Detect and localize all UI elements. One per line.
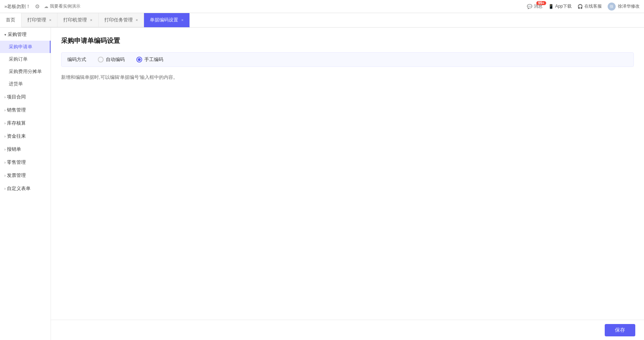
manual-coding-radio[interactable]	[136, 57, 142, 62]
page-title: 采购申请单编码设置	[61, 36, 634, 45]
auto-coding-radio[interactable]	[98, 57, 104, 62]
tab-print-task-management-label: 打印任务管理	[104, 17, 133, 23]
sidebar-group-inventory-accounting[interactable]: › 库存核算	[0, 116, 51, 129]
sidebar-group-retail-management-label: 零售管理	[7, 159, 26, 166]
arrow-right-icon-inventory: ›	[4, 121, 5, 125]
sidebar-group-invoice-management-label: 发票管理	[7, 172, 26, 179]
arrow-right-icon-retail: ›	[4, 161, 5, 165]
cloud-icon: ☁	[44, 4, 48, 9]
content-area: 采购申请单编码设置 编码方式 自动编码 手工编码 新增和编辑单据时,可以编辑'单…	[51, 28, 644, 340]
app-icon: 📱	[548, 4, 554, 9]
sidebar-item-purchase-order[interactable]: 采购订单	[0, 53, 51, 65]
online-service-label: 在线客服	[584, 3, 602, 9]
sidebar-group-capital-transaction-label: 资金往来	[7, 133, 26, 139]
sidebar-group-project-contract[interactable]: › 项目合同	[0, 90, 51, 103]
user-menu[interactable]: 徐 徐泽华修改	[608, 3, 640, 11]
sidebar-group-sales-management-label: 销售管理	[7, 107, 26, 113]
content-body: 采购申请单编码设置 编码方式 自动编码 手工编码 新增和编辑单据时,可以编辑'单…	[51, 28, 644, 320]
coding-method-row: 编码方式 自动编码 手工编码	[61, 52, 634, 67]
tab-home-label: 首页	[6, 17, 15, 23]
sidebar-group-purchasing-label: 采购管理	[8, 31, 27, 38]
description-text: 新增和编辑单据时,可以编辑'单据编号'输入框中的内容。	[61, 74, 634, 81]
sidebar-group-purchasing-title[interactable]: ▾ 采购管理	[0, 28, 51, 41]
sidebar-item-purchase-expense[interactable]: 采购费用分摊单	[0, 65, 51, 78]
sidebar: ▾ 采购管理 采购申请单 采购订单 采购费用分摊单 进货单 › 项目合同 › 销…	[0, 28, 51, 340]
sidebar-group-sales-management[interactable]: › 销售管理	[0, 103, 51, 116]
manual-coding-option[interactable]: 手工编码	[136, 56, 163, 63]
brand-text[interactable]: »老板勿割！	[4, 3, 31, 10]
auto-coding-option[interactable]: 自动编码	[98, 56, 125, 63]
sidebar-item-purchase-request[interactable]: 采购申请单	[0, 41, 51, 53]
sidebar-group-expense-report[interactable]: › 报销单	[0, 142, 51, 155]
sidebar-group-project-contract-label: 项目合同	[7, 94, 26, 100]
sidebar-item-purchase-receipt[interactable]: 进货单	[0, 78, 51, 90]
top-bar-right: 💬 消息 99+ 📱 App下载 🎧 在线客服 徐 徐泽华修改	[527, 3, 640, 11]
tab-close-print-management[interactable]: ×	[49, 18, 51, 22]
arrow-right-icon-project: ›	[4, 95, 5, 99]
online-service-button[interactable]: 🎧 在线客服	[577, 3, 602, 9]
tab-printer-management-label: 打印机管理	[63, 17, 87, 23]
arrow-right-icon-sales: ›	[4, 108, 5, 112]
arrow-right-icon-custom: ›	[4, 187, 5, 191]
sidebar-group-inventory-accounting-label: 库存核算	[7, 120, 26, 126]
arrow-right-icon-capital: ›	[4, 134, 5, 138]
settings-icon[interactable]: ⚙	[35, 3, 40, 10]
arrow-right-icon-invoice: ›	[4, 174, 5, 178]
top-bar-left: »老板勿割！ ⚙ ☁ 我要看实例演示	[4, 3, 80, 10]
auto-coding-label: 自动编码	[106, 56, 125, 63]
tab-print-task-management[interactable]: 打印任务管理 ×	[99, 13, 144, 27]
tab-close-document-code-settings[interactable]: ×	[181, 18, 183, 22]
demo-text: 我要看实例演示	[50, 3, 80, 9]
message-button[interactable]: 💬 消息 99+	[527, 3, 543, 9]
sidebar-group-expense-report-label: 报销单	[7, 146, 21, 153]
sidebar-group-purchasing: ▾ 采购管理 采购申请单 采购订单 采购费用分摊单 进货单	[0, 28, 51, 90]
arrow-down-icon: ▾	[4, 33, 6, 37]
user-name: 徐泽华修改	[618, 3, 640, 9]
tab-print-management-label: 打印管理	[27, 17, 46, 23]
tab-home[interactable]: 首页	[0, 13, 21, 27]
tab-document-code-settings-label: 单据编码设置	[150, 17, 178, 23]
manual-coding-label: 手工编码	[144, 56, 163, 63]
message-icon: 💬	[527, 4, 532, 9]
avatar: 徐	[608, 3, 616, 11]
sidebar-group-invoice-management[interactable]: › 发票管理	[0, 169, 51, 182]
coding-method-label: 编码方式	[67, 56, 86, 63]
app-download-button[interactable]: 📱 App下载	[548, 3, 572, 9]
headset-icon: 🎧	[577, 4, 583, 9]
demo-link[interactable]: ☁ 我要看实例演示	[44, 3, 80, 9]
sidebar-group-retail-management[interactable]: › 零售管理	[0, 155, 51, 169]
save-button[interactable]: 保存	[605, 324, 635, 336]
tab-bar: 首页 打印管理 × 打印机管理 × 打印任务管理 × 单据编码设置 ×	[0, 13, 644, 28]
sidebar-group-capital-transaction[interactable]: › 资金往来	[0, 129, 51, 142]
message-badge: 99+	[536, 1, 546, 5]
tab-print-management[interactable]: 打印管理 ×	[21, 13, 57, 27]
footer-bar: 保存	[51, 320, 644, 340]
tab-close-printer-management[interactable]: ×	[90, 18, 92, 22]
main-layout: ▾ 采购管理 采购申请单 采购订单 采购费用分摊单 进货单 › 项目合同 › 销…	[0, 28, 644, 340]
sidebar-group-custom-forms[interactable]: › 自定义表单	[0, 182, 51, 195]
app-download-label: App下载	[555, 3, 572, 9]
tab-close-print-task-management[interactable]: ×	[136, 18, 138, 22]
top-bar: »老板勿割！ ⚙ ☁ 我要看实例演示 💬 消息 99+ 📱 App下载 🎧 在线…	[0, 0, 644, 13]
sidebar-group-custom-forms-label: 自定义表单	[7, 185, 31, 192]
tab-printer-management[interactable]: 打印机管理 ×	[57, 13, 98, 27]
arrow-right-icon-expense: ›	[4, 147, 5, 151]
tab-document-code-settings[interactable]: 单据编码设置 ×	[144, 13, 189, 27]
